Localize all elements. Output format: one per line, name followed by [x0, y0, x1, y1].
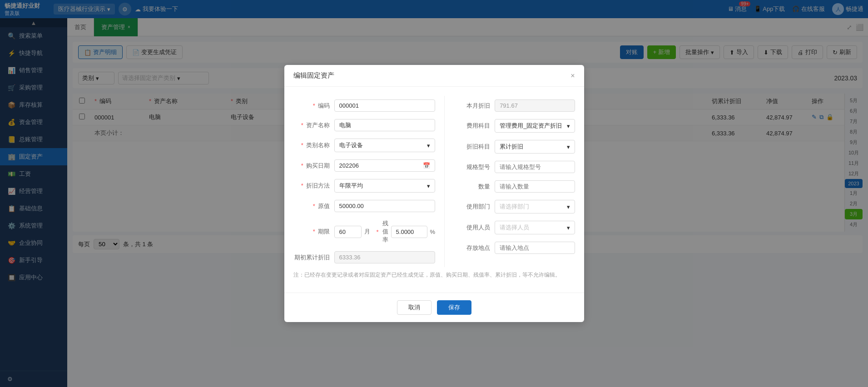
save-button[interactable]: 保存: [437, 300, 471, 315]
modal-title: 编辑固定资产: [293, 71, 334, 80]
chevron-down-icon: ▾: [567, 123, 570, 129]
spec-input[interactable]: [495, 161, 575, 173]
period-input[interactable]: [334, 226, 362, 238]
asset-name-input[interactable]: [334, 119, 436, 131]
chevron-down-icon: ▾: [567, 203, 570, 210]
expense-account-select[interactable]: 管理费用_固定资产折旧 ▾: [495, 119, 575, 133]
field-spec: 规格型号: [454, 157, 575, 177]
field-location: 存放地点: [454, 238, 575, 258]
purchase-date-input[interactable]: [339, 162, 423, 169]
depr-method-select[interactable]: 年限平均 ▾: [334, 179, 436, 193]
modal-footer: 取消 保存: [284, 293, 584, 322]
modal-body: * 编码 * 资产名称: [284, 87, 584, 292]
field-expense-account: 费用科目 管理费用_固定资产折旧 ▾: [454, 115, 575, 136]
depr-account-select[interactable]: 累计折旧 ▾: [495, 140, 575, 154]
original-value-input[interactable]: [334, 200, 436, 212]
quantity-input[interactable]: [495, 180, 575, 193]
calendar-icon[interactable]: 📅: [423, 162, 430, 169]
edit-fixed-asset-modal: 编辑固定资产 × * 编码: [284, 65, 584, 322]
field-this-month-depr: 本月折旧: [454, 96, 575, 115]
field-purchase-date: * 购买日期 📅: [293, 156, 436, 175]
field-depr-method: * 折旧方法 年限平均 ▾: [293, 175, 436, 196]
field-initial-depr: 期初累计折旧: [293, 248, 436, 267]
modal-header: 编辑固定资产 ×: [284, 65, 584, 87]
cancel-button[interactable]: 取消: [397, 300, 432, 315]
chevron-down-icon: ▾: [427, 183, 430, 189]
modal-note: 注：已经存在变更记录或者对应固定资产已经生成凭证，原值、购买日期、残值率、累计折…: [293, 267, 575, 283]
department-select[interactable]: 请选择部门 ▾: [495, 200, 575, 213]
chevron-down-icon: ▾: [427, 142, 430, 149]
field-asset-name: * 资产名称: [293, 115, 436, 135]
field-original-value: * 原值: [293, 196, 436, 216]
modal-overlay: 编辑固定资产 × * 编码: [0, 0, 868, 387]
initial-depr-input: [334, 251, 436, 263]
chevron-down-icon: ▾: [567, 224, 570, 231]
field-code: * 编码: [293, 96, 436, 115]
form-left-col: * 编码 * 资产名称: [293, 96, 445, 267]
field-quantity: 数量: [454, 177, 575, 196]
location-input[interactable]: [495, 242, 575, 254]
this-month-depr-input: [495, 99, 575, 112]
person-select[interactable]: 请选择人员 ▾: [495, 221, 575, 234]
field-department: 使用部门 请选择部门 ▾: [454, 196, 575, 217]
category-select[interactable]: 电子设备 ▾: [334, 139, 436, 152]
modal-close-btn[interactable]: ×: [570, 72, 575, 80]
field-depr-account: 折旧科目 累计折旧 ▾: [454, 136, 575, 157]
field-category: * 类别名称 电子设备 ▾: [293, 135, 436, 156]
field-period-residual: * 期限 月 * 残值率 %: [293, 216, 436, 248]
field-person: 使用人员 请选择人员 ▾: [454, 217, 575, 238]
chevron-down-icon: ▾: [567, 144, 570, 150]
residual-rate-input[interactable]: [391, 226, 427, 238]
code-input[interactable]: [334, 99, 436, 112]
form-right-col: 本月折旧 费用科目 管理费用_固定资产折旧: [445, 96, 575, 267]
